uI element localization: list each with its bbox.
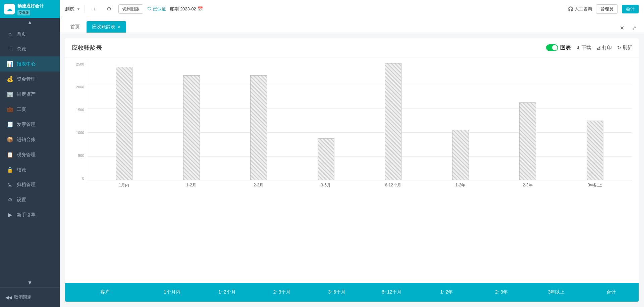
chart-container: 0 500 1000 1500 2000 2500	[72, 61, 632, 188]
sidebar: ☁ 畅捷通好会计 专业版 ▲ ⌂ 首页 ≡ 总账 📊 报表中心 💰 资金管理 🏢…	[0, 0, 60, 307]
th-1-2y: 1~2年	[419, 289, 474, 295]
content-header: 应收账龄表 图表 ⬇ 下载 🖨 打印	[65, 38, 639, 57]
bar-group-7	[561, 61, 629, 180]
y-axis: 0 500 1000 1500 2000 2500	[72, 61, 87, 180]
page-title: 应收账龄表	[72, 44, 102, 52]
sidebar-item-trade[interactable]: 📦 进销台账	[0, 132, 60, 147]
print-btn[interactable]: 🖨 打印	[596, 45, 612, 51]
salary-icon: 💼	[7, 106, 13, 113]
trade-icon: 📦	[7, 136, 13, 143]
content-actions: 图表 ⬇ 下载 🖨 打印 ↻ 刷新	[546, 44, 632, 51]
toggle-track[interactable]	[546, 44, 558, 51]
sidebar-item-guide[interactable]: ▶ 新手引导	[0, 207, 60, 222]
main: 测试 ▼ + ⚙ 切到旧版 🛡 已认证 账期 2023-02 📅 🎧 人工咨询 …	[60, 0, 644, 307]
bar-group-6	[494, 61, 561, 180]
x-label-0: 1月内	[90, 182, 158, 188]
tab-aging[interactable]: 应收账龄表 ✕	[87, 21, 126, 33]
chart-inner: 0 500 1000 1500 2000 2500	[72, 61, 632, 188]
consult-btn[interactable]: 🎧 人工咨询	[568, 6, 592, 12]
sidebar-item-salary[interactable]: 💼 工资	[0, 102, 60, 117]
logo-text: 畅捷通好会计 专业版	[17, 3, 44, 15]
x-label-3: 3-6月	[292, 182, 360, 188]
tabbar-right: ✕ ⤢	[617, 23, 639, 33]
bar-3	[318, 138, 334, 180]
add-btn[interactable]: +	[89, 4, 100, 14]
gear-btn[interactable]: ⚙	[104, 4, 114, 14]
sidebar-item-close[interactable]: 🔒 结账	[0, 162, 60, 177]
old-version-btn[interactable]: 切到旧版	[118, 4, 143, 14]
account-btn[interactable]: 会计	[622, 5, 639, 13]
table-header: 客户 1个月内 1~2个月 2~3个月 3~6个月 6~12个月 1~2年 2~…	[65, 283, 639, 302]
ledger-icon: ≡	[7, 46, 13, 52]
sidebar-item-assets[interactable]: 🏢 固定资产	[0, 87, 60, 102]
sidebar-item-home[interactable]: ⌂ 首页	[0, 27, 60, 42]
bar-5	[452, 130, 469, 180]
bar-group-1	[158, 61, 225, 180]
chart-area: 0 500 1000 1500 2000 2500	[65, 57, 639, 280]
bar-group-2	[225, 61, 292, 180]
download-btn[interactable]: ⬇ 下载	[576, 45, 591, 51]
divider-1	[85, 5, 85, 13]
period-display: 账期 2023-02 📅	[170, 6, 203, 12]
sidebar-item-settings[interactable]: ⚙ 设置	[0, 192, 60, 207]
invoice-icon: 🧾	[7, 121, 13, 128]
tab-expand-btn[interactable]: ⤢	[629, 23, 639, 33]
scroll-down-btn[interactable]: ▼	[0, 278, 60, 287]
sidebar-item-invoice[interactable]: 🧾 发票管理	[0, 117, 60, 132]
bar-2	[250, 75, 267, 180]
print-icon: 🖨	[596, 45, 601, 50]
sidebar-item-reports[interactable]: 📊 报表中心	[0, 56, 60, 72]
th-customer: 客户	[65, 289, 145, 295]
topbar: 测试 ▼ + ⚙ 切到旧版 🛡 已认证 账期 2023-02 📅 🎧 人工咨询 …	[60, 0, 644, 18]
certified-badge: 🛡 已认证	[147, 6, 166, 12]
sidebar-item-archive[interactable]: 🗂 归档管理	[0, 177, 60, 192]
archive-icon: 🗂	[7, 182, 13, 188]
bar-4	[385, 63, 401, 180]
table-section: 客户 1个月内 1~2个月 2~3个月 3~6个月 6~12个月 1~2年 2~…	[65, 283, 639, 302]
user-btn[interactable]: 管理员	[596, 4, 618, 14]
toggle-thumb	[552, 45, 557, 50]
bar-group-4	[360, 61, 427, 180]
chart-label: 图表	[560, 44, 571, 51]
content: 应收账龄表 图表 ⬇ 下载 🖨 打印	[60, 33, 644, 307]
bar-group-3	[292, 61, 360, 180]
bar-6	[519, 102, 536, 180]
th-3y-plus: 3年以上	[529, 289, 584, 295]
chart-toggle[interactable]: 图表	[546, 44, 571, 51]
tab-close-icon[interactable]: ✕	[117, 25, 121, 29]
cancel-fixed-icon: ◀◀	[5, 295, 12, 300]
tab-home[interactable]: 首页	[65, 21, 85, 33]
scroll-up-btn[interactable]: ▲	[0, 18, 60, 27]
x-label-5: 1-2年	[427, 182, 494, 188]
bar-group-0	[91, 61, 158, 180]
chart-grid	[87, 61, 632, 180]
th-1m: 1个月内	[145, 289, 200, 295]
x-label-4: 6-12个月	[360, 182, 427, 188]
cancel-fixed-btn[interactable]: ◀◀ 取消固定	[0, 291, 60, 304]
calendar-icon[interactable]: 📅	[198, 6, 203, 11]
home-icon: ⌂	[7, 31, 13, 37]
bar-1	[183, 75, 200, 180]
x-label-1: 1-2月	[158, 182, 225, 188]
th-2-3y: 2~3年	[474, 289, 529, 295]
dropdown-icon: ▼	[76, 7, 80, 11]
reports-icon: 📊	[7, 61, 13, 67]
refresh-btn[interactable]: ↻ 刷新	[617, 45, 632, 51]
shield-icon: 🛡	[147, 6, 152, 11]
sidebar-item-tax[interactable]: 📋 税务管理	[0, 147, 60, 162]
sidebar-bottom: ◀◀ 取消固定	[0, 287, 60, 307]
sidebar-item-ledger[interactable]: ≡ 总账	[0, 42, 60, 56]
settings-icon: ⚙	[7, 196, 13, 203]
x-label-7: 3年以上	[561, 182, 629, 188]
bars-container	[87, 61, 632, 180]
chart-body: 1月内 1-2月 2-3月 3-6月 6-12个月 1-2年 2-3年 3年以上	[87, 61, 632, 188]
topbar-right: 🎧 人工咨询 管理员 会计	[568, 4, 639, 14]
sidebar-item-capital[interactable]: 💰 资金管理	[0, 72, 60, 87]
download-icon: ⬇	[576, 45, 580, 50]
bar-group-5	[427, 61, 494, 180]
capital-icon: 💰	[7, 76, 13, 82]
tab-close-btn[interactable]: ✕	[617, 23, 627, 33]
project-selector[interactable]: 测试 ▼	[65, 6, 80, 12]
headset-icon: 🎧	[568, 6, 573, 11]
sidebar-logo: ☁ 畅捷通好会计 专业版	[0, 0, 60, 18]
